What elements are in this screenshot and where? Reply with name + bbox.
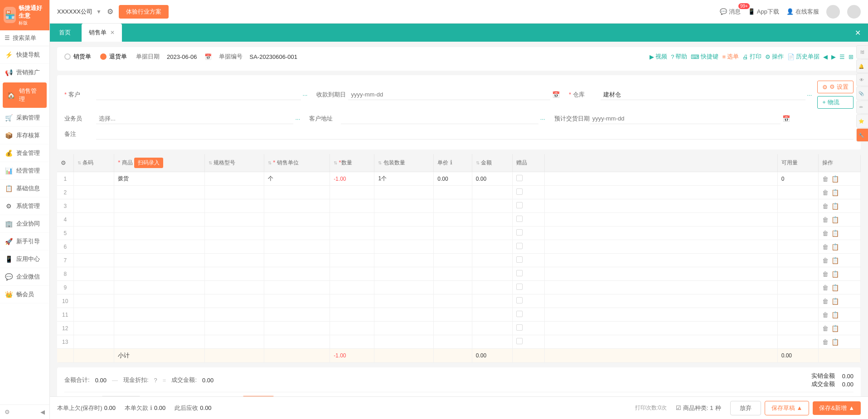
sidebar-item-basics[interactable]: 📋 基础信息	[0, 180, 49, 197]
sort-icon-spec[interactable]: ⇅	[209, 160, 212, 165]
delete-icon[interactable]: 🗑	[822, 202, 829, 210]
pkg-qty-cell[interactable]: 1个	[374, 172, 434, 186]
sort-icon[interactable]: ⇅	[78, 160, 81, 165]
sidebar-item-enterprise[interactable]: 🏢 企业协同	[0, 215, 49, 233]
sidebar-item-members[interactable]: 👑 畅会员	[0, 286, 49, 303]
scan-btn[interactable]: 扫码录入	[134, 158, 163, 168]
copy-icon[interactable]: 📋	[831, 175, 839, 183]
info-icon[interactable]: ℹ	[450, 159, 452, 166]
gift-cell[interactable]	[513, 186, 544, 199]
price-cell[interactable]	[434, 186, 472, 199]
floating-btn-star[interactable]: ⭐	[856, 114, 868, 128]
sidebar-collapse-icon[interactable]: ◀	[40, 409, 45, 415]
sidebar-item-inventory[interactable]: 📦 库存核算	[0, 127, 49, 144]
save-draft-button[interactable]: 保存草稿 ▲	[765, 401, 810, 415]
copy-icon[interactable]: 📋	[831, 243, 839, 250]
salesman-input[interactable]	[96, 113, 293, 124]
due-date-calendar-icon[interactable]: 📅	[552, 91, 560, 98]
sort-icon-qty[interactable]: ⇅	[334, 160, 337, 165]
warehouse-dots[interactable]: ···	[807, 92, 812, 98]
next-icon[interactable]: ▶	[831, 53, 836, 60]
sidebar-item-guide[interactable]: 🚀 新手引导	[0, 233, 49, 250]
sidebar-item-system[interactable]: ⚙ 系统管理	[0, 197, 49, 215]
product-cell[interactable]	[114, 186, 205, 199]
customer-addr-dots[interactable]: ···	[540, 116, 545, 122]
radio-return[interactable]: 退货单	[100, 53, 127, 61]
delete-icon[interactable]: 🗑	[822, 257, 829, 264]
shortcut-btn[interactable]: ⌨ 快捷键	[691, 53, 718, 61]
barcode-cell[interactable]	[73, 186, 114, 199]
delete-icon[interactable]: 🗑	[822, 311, 829, 318]
copy-icon[interactable]: 📋	[831, 338, 839, 346]
floating-btn-clip[interactable]: 📎	[856, 87, 868, 100]
floating-btn-itl[interactable]: Itl	[856, 45, 868, 59]
sidebar-search[interactable]: ☰ 搜索菜单	[0, 30, 49, 46]
sidebar-item-quick-nav[interactable]: ⚡ 快捷导航	[0, 46, 49, 64]
user-avatar-2[interactable]	[847, 5, 861, 19]
delete-icon[interactable]: 🗑	[822, 270, 829, 278]
copy-icon[interactable]: 📋	[831, 311, 839, 318]
delete-icon[interactable]: 🗑	[822, 175, 829, 183]
delete-icon[interactable]: 🗑	[822, 189, 829, 196]
qty-cell[interactable]	[330, 186, 374, 199]
floating-btn-edit[interactable]: ✏	[856, 101, 868, 114]
checkbox-icon-kind[interactable]: ☑	[676, 405, 681, 411]
delete-icon[interactable]: 🗑	[822, 338, 829, 346]
company-selector[interactable]: XXXXXX公司 ▼	[57, 8, 102, 16]
app-download-btn[interactable]: 📱 App下载	[748, 8, 779, 16]
price-cell[interactable]: 0.00	[434, 172, 472, 186]
sidebar-item-operations[interactable]: 📊 经营管理	[0, 162, 49, 180]
qty-cell[interactable]: -1.00	[330, 172, 374, 186]
copy-icon[interactable]: 📋	[831, 298, 839, 305]
calendar-icon[interactable]: 📅	[204, 53, 212, 60]
floating-btn-bell[interactable]: 🔔	[856, 59, 868, 73]
info-icon-owe[interactable]: ℹ	[150, 405, 152, 411]
copy-icon[interactable]: 📋	[831, 284, 839, 291]
operate-btn[interactable]: ⚙ 操作	[765, 53, 784, 61]
unit-cell[interactable]	[264, 186, 330, 199]
sidebar-item-finance[interactable]: 💰 资金管理	[0, 144, 49, 162]
experience-btn[interactable]: 体验行业方案	[119, 5, 169, 19]
due-date-input[interactable]	[348, 89, 550, 100]
amount-cell[interactable]: 0.00	[472, 172, 513, 186]
grid-view-icon[interactable]: ⊞	[849, 53, 853, 60]
customer-addr-input[interactable]	[341, 113, 538, 124]
delete-icon[interactable]: 🗑	[822, 243, 829, 250]
sidebar-settings-icon[interactable]: ⚙	[5, 409, 10, 415]
help-btn[interactable]: ? 帮助	[671, 53, 687, 61]
floating-btn-tool[interactable]: 🔧	[856, 128, 868, 142]
copy-icon[interactable]: 📋	[831, 202, 839, 210]
print-btn[interactable]: 🖨 打印	[742, 53, 761, 61]
copy-icon[interactable]: 📋	[831, 189, 839, 196]
tab-sale-order[interactable]: 销售单 ✕	[82, 24, 122, 42]
customer-dots[interactable]: ···	[303, 92, 308, 98]
sidebar-item-apps[interactable]: 📱 应用中心	[0, 250, 49, 268]
sidebar-item-sales[interactable]: 🏠 销售管理	[3, 82, 47, 108]
salesman-dots[interactable]: ···	[295, 116, 300, 122]
radio-sale[interactable]: 销货单	[64, 53, 91, 61]
customer-input[interactable]	[96, 89, 301, 100]
sidebar-item-purchase[interactable]: 🛒 采购管理	[0, 109, 49, 127]
th-gear[interactable]: ⚙	[57, 154, 73, 172]
warehouse-input[interactable]	[601, 89, 805, 100]
copy-icon[interactable]: 📋	[831, 216, 839, 223]
sidebar-item-marketing[interactable]: 📢 营销推广	[0, 64, 49, 82]
abandon-button[interactable]: 放弃	[730, 401, 761, 415]
delete-icon[interactable]: 🗑	[822, 284, 829, 291]
delete-icon[interactable]: 🗑	[822, 298, 829, 305]
delivery-date-calendar-icon[interactable]: 📅	[782, 115, 790, 122]
remarks-input[interactable]	[96, 129, 853, 140]
unit-cell[interactable]: 个	[264, 172, 330, 186]
barcode-cell[interactable]	[73, 172, 114, 186]
expense-split-btn[interactable]: 费用分摊	[242, 396, 274, 396]
sort-icon-amount[interactable]: ⇅	[476, 160, 480, 165]
copy-icon[interactable]: 📋	[831, 270, 839, 278]
help-question-icon[interactable]: ?	[154, 377, 157, 384]
spec-cell[interactable]	[205, 172, 264, 186]
pkg-qty-cell[interactable]	[374, 186, 434, 199]
tab-close-icon[interactable]: ✕	[110, 29, 115, 36]
product-cell[interactable]: 拨货	[114, 172, 205, 186]
tab-home[interactable]: 首页	[50, 24, 80, 42]
sidebar-item-wechat[interactable]: 💬 企业微信	[0, 268, 49, 286]
floating-btn-eye[interactable]: 👁	[856, 73, 868, 86]
